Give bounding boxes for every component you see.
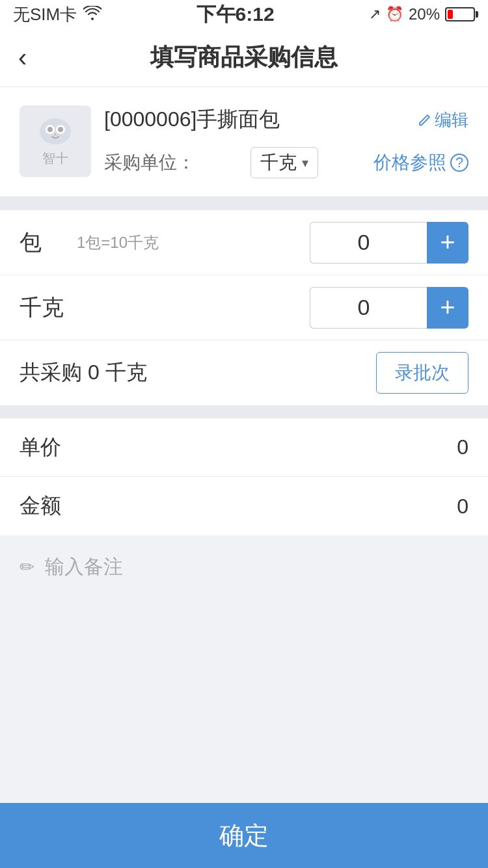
section-divider-2 bbox=[0, 405, 488, 418]
sim-signal: 无SIM卡 bbox=[13, 3, 77, 26]
edit-button[interactable]: 编辑 bbox=[418, 109, 468, 131]
confirm-button[interactable]: 确定 bbox=[0, 803, 488, 868]
quantity-input-kg[interactable] bbox=[310, 287, 427, 329]
purchase-unit-label: 采购单位： bbox=[104, 150, 195, 175]
product-thumbnail: 智十 bbox=[20, 105, 91, 177]
product-name-row: [0000006]手撕面包 编辑 bbox=[104, 105, 468, 134]
quantity-input-wrap-bao: + bbox=[310, 222, 468, 264]
product-info: [0000006]手撕面包 编辑 采购单位： 千克 ▾ 价格参照 ? bbox=[104, 105, 468, 178]
pencil-icon: ✏ bbox=[20, 556, 34, 578]
battery-percent: 20% bbox=[409, 5, 440, 23]
total-text: 共采购 0 千克 bbox=[20, 359, 147, 387]
total-value: 0 bbox=[88, 360, 100, 384]
batch-button[interactable]: 录批次 bbox=[376, 352, 468, 394]
price-ref-button[interactable]: 价格参照 ? bbox=[373, 150, 468, 175]
chevron-down-icon: ▾ bbox=[302, 155, 308, 170]
status-bar: 无SIM卡 下午6:12 ↗ ⏰ 20% bbox=[0, 0, 488, 29]
quantity-input-wrap-kg: + bbox=[310, 287, 468, 329]
quantity-row-kg: 千克 + bbox=[0, 275, 488, 340]
svg-point-3 bbox=[47, 127, 53, 132]
product-card: 智十 [0000006]手撕面包 编辑 采购单位： 千克 ▾ 价格参照 ? bbox=[0, 87, 488, 197]
unit-selector-text: 千克 bbox=[260, 150, 297, 175]
svg-point-0 bbox=[40, 118, 71, 144]
price-value: 0 bbox=[457, 435, 468, 459]
section-divider-1 bbox=[0, 197, 488, 210]
quantity-plus-kg[interactable]: + bbox=[427, 287, 468, 329]
amount-row: 金额 0 bbox=[0, 477, 488, 536]
back-button[interactable]: ‹ bbox=[18, 43, 27, 72]
quantity-label-kg: 千克 bbox=[20, 293, 72, 323]
notes-section[interactable]: ✏ 输入备注 bbox=[0, 536, 488, 599]
location-icon: ↗ bbox=[369, 6, 381, 23]
quantity-row-bao: 包 1包=10千克 + bbox=[0, 210, 488, 275]
alarm-icon: ⏰ bbox=[386, 6, 403, 23]
quantity-sublabel-bao: 1包=10千克 bbox=[77, 232, 310, 253]
status-left: 无SIM卡 bbox=[13, 3, 102, 26]
svg-point-4 bbox=[58, 127, 63, 132]
content-area bbox=[0, 599, 488, 820]
quantity-section: 包 1包=10千克 + 千克 + bbox=[0, 210, 488, 340]
unit-selector[interactable]: 千克 ▾ bbox=[251, 147, 318, 178]
nav-bar: ‹ 填写商品采购信息 bbox=[0, 29, 488, 87]
price-row: 单价 0 bbox=[0, 418, 488, 477]
quantity-label-bao: 包 bbox=[20, 228, 72, 258]
amount-value: 0 bbox=[457, 495, 468, 519]
notes-placeholder: 输入备注 bbox=[45, 554, 123, 580]
page-title: 填写商品采购信息 bbox=[150, 42, 338, 74]
total-row: 共采购 0 千克 录批次 bbox=[0, 340, 488, 405]
product-thumb-label: 智十 bbox=[42, 150, 68, 167]
wifi-icon bbox=[83, 5, 102, 25]
help-icon: ? bbox=[450, 154, 468, 172]
status-right: ↗ ⏰ 20% bbox=[369, 5, 475, 23]
quantity-input-bao[interactable] bbox=[310, 222, 427, 264]
quantity-plus-bao[interactable]: + bbox=[427, 222, 468, 264]
battery-icon bbox=[445, 7, 475, 21]
price-label: 单价 bbox=[20, 433, 61, 462]
product-name: [0000006]手撕面包 bbox=[104, 105, 280, 134]
price-amount-section: 单价 0 金额 0 bbox=[0, 418, 488, 536]
purchase-unit-row: 采购单位： 千克 ▾ 价格参照 ? bbox=[104, 147, 468, 178]
amount-label: 金额 bbox=[20, 492, 61, 521]
status-time: 下午6:12 bbox=[197, 1, 275, 28]
